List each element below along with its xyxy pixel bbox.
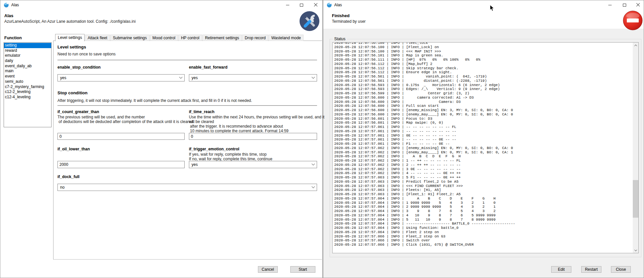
function-item-c12-2-leveling[interactable]: c12-2_leveling: [4, 89, 51, 95]
function-item-emulator[interactable]: emulator: [4, 53, 51, 58]
chevron-down-icon: [179, 75, 183, 78]
chevron-down-icon: [312, 185, 315, 188]
function-item-main[interactable]: main: [4, 69, 51, 74]
label-if-time-reach: if_time_reach: [189, 109, 214, 114]
input-if-count-greater-than[interactable]: [57, 133, 185, 140]
alas-logo-icon: [327, 2, 332, 8]
status-groupbox-label: Status: [333, 37, 347, 41]
minimize-button[interactable]: [281, 0, 295, 10]
select-enable-stop-condition[interactable]: yes: [57, 74, 185, 81]
tab-attack-fleet[interactable]: Attack fleet: [85, 35, 110, 41]
minimize-icon: [608, 5, 612, 5]
close-button[interactable]: [632, 0, 644, 10]
maximize-button[interactable]: [617, 0, 632, 10]
section-heading-level-settings: Level settings: [57, 45, 86, 49]
select-value: yes: [60, 76, 66, 80]
maximize-icon: [623, 4, 626, 7]
select-value: yes: [192, 162, 198, 167]
scroll-down-button[interactable]: [633, 247, 638, 253]
close-dialog-button[interactable]: Close: [611, 266, 631, 273]
alas-status-window: Alas Finished Terminated by user Status …: [323, 0, 644, 278]
log-scrollbar: [633, 43, 638, 253]
cancel-button[interactable]: Cancel: [258, 266, 278, 273]
function-item-setting[interactable]: setting: [4, 43, 51, 48]
chevron-down-icon: [312, 75, 315, 78]
input-if-time-reach[interactable]: [189, 133, 317, 140]
desc-if-count-greater-than: The previous setting will be used, and t…: [57, 115, 194, 124]
label-if-oil-lower-than: if_oil_lower_than: [57, 147, 90, 151]
minimize-button[interactable]: [603, 0, 617, 10]
section-heading-stop-condition: Stop condition: [57, 90, 88, 95]
status-titlebar[interactable]: Alas: [323, 0, 644, 10]
stop-icon: [623, 10, 643, 31]
tab-level-settings[interactable]: Level settings: [55, 34, 85, 41]
status-groupbox: Status 2020-05-28 12:07:56.100 | INFO | …: [330, 39, 641, 257]
start-button[interactable]: Start: [290, 266, 315, 273]
label-enable-stop-condition: enable_stop_condition: [57, 65, 101, 70]
desc-if-time-reach: Use the time within the next 24 hours, t…: [189, 115, 324, 133]
select-if-trigger-emotion-control[interactable]: yes: [189, 161, 317, 168]
function-item-c7-2-mystery-farming[interactable]: c7-2_mystery_farming: [4, 84, 51, 90]
log-output: 2020-05-28 12:07:56.100 | INFO | fleet_l…: [334, 43, 632, 247]
function-item-event-daily-ab[interactable]: event_daily_ab: [4, 64, 51, 69]
close-icon: [314, 3, 318, 7]
tab-wasteland-mode[interactable]: Wasteland mode: [268, 35, 304, 41]
input-if-oil-lower-than[interactable]: [57, 161, 185, 168]
tab-retirement-settings[interactable]: Retirement settings: [202, 35, 242, 41]
select-enable-fast-forward[interactable]: yes: [189, 74, 317, 81]
page-subtitle: AzurLaneAutoScript, An Azur Lane automat…: [4, 19, 136, 24]
config-titlebar[interactable]: Alas: [0, 0, 322, 10]
select-value: no: [60, 185, 64, 190]
label-enable-fast-forward: enable_fast_forward: [189, 65, 228, 70]
divider: [57, 105, 317, 106]
maximize-icon: [300, 4, 303, 7]
chevron-up-icon: [634, 45, 637, 47]
chevron-down-icon: [312, 162, 315, 165]
function-list: setting reward emulator daily event_dail…: [4, 42, 52, 127]
alas-logo-icon: [4, 2, 9, 8]
select-if-dock-full[interactable]: no: [57, 184, 317, 191]
edit-button[interactable]: Edit: [551, 266, 571, 273]
label-if-trigger-emotion-control: if_trigger_emotion_control: [189, 147, 239, 151]
tab-hp-control[interactable]: HP control: [178, 35, 202, 41]
window-title: Alas: [334, 3, 342, 7]
label-if-count-greater-than: if_count_greater_than: [57, 109, 99, 114]
section-subtitle-level-settings: Need to run once to save options: [57, 52, 116, 56]
maximize-button[interactable]: [295, 0, 308, 10]
page-title: Alas: [4, 13, 13, 18]
tools-icon: [300, 11, 319, 31]
mouse-cursor: [490, 5, 494, 12]
status-subtitle: Terminated by user: [332, 19, 366, 24]
status-title: Finished: [332, 13, 349, 18]
minimize-icon: [286, 5, 289, 5]
select-value: yes: [192, 76, 198, 80]
function-item-semi-auto[interactable]: semi_auto: [4, 79, 51, 84]
log-scroll-area[interactable]: 2020-05-28 12:07:56.100 | INFO | fleet_l…: [332, 42, 639, 253]
function-item-daily[interactable]: daily: [4, 58, 51, 64]
close-button[interactable]: [308, 0, 323, 10]
settings-tabbar: Level settings Attack fleet Submarine se…: [55, 35, 304, 42]
tab-mood-control[interactable]: Mood control: [150, 35, 178, 41]
tab-drop-record[interactable]: Drop record: [242, 35, 268, 41]
tab-submarine-settings[interactable]: Submarine settings: [110, 35, 150, 41]
section-subtitle-stop-condition: After triggering, it will not stop immed…: [57, 98, 252, 103]
divider: [57, 60, 317, 60]
function-item-reward[interactable]: reward: [4, 48, 51, 53]
scroll-up-button[interactable]: [633, 43, 638, 48]
window-title: Alas: [11, 3, 19, 7]
desktop: Alas Alas AzurLaneAutoScript, An Azur La…: [0, 0, 644, 278]
alas-config-window: Alas Alas AzurLaneAutoScript, An Azur La…: [0, 0, 323, 278]
desc-if-trigger-emotion-control: If yes, wait for reply, complete this ti…: [189, 152, 272, 161]
log-viewport: 2020-05-28 12:07:56.100 | INFO | fleet_l…: [334, 43, 632, 253]
chevron-down-icon: [634, 248, 637, 251]
restart-button[interactable]: Restart: [581, 266, 601, 273]
function-item-event[interactable]: event: [4, 74, 51, 79]
scrollbar-thumb[interactable]: [633, 180, 638, 218]
close-icon: [636, 3, 640, 7]
label-if-dock-full: if_dock_full: [57, 174, 80, 179]
function-item-c12-4-leveling[interactable]: c12-4_leveling: [4, 95, 51, 100]
function-panel-label: Function: [4, 36, 22, 40]
level-settings-panel: Level settings Need to run once to save …: [53, 41, 322, 260]
